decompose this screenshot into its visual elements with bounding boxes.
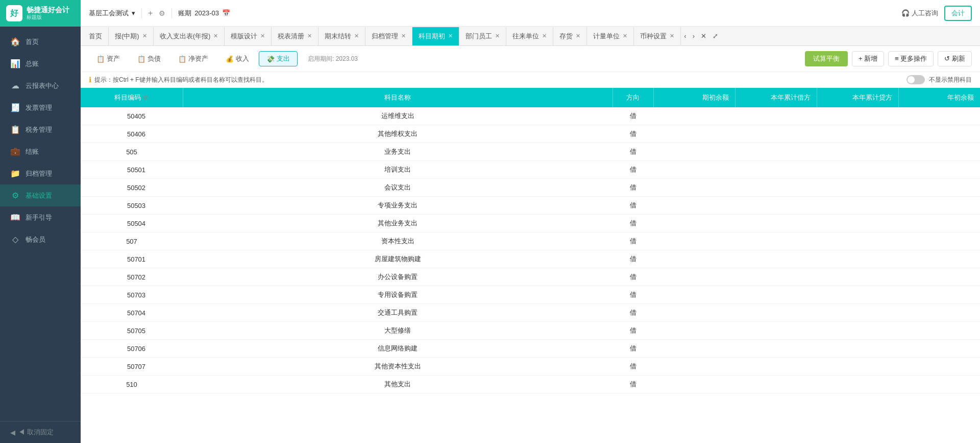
- tab-label: 存货: [559, 32, 573, 41]
- cell-ytd-credit: [817, 125, 898, 143]
- help-btn[interactable]: 🎧 人工咨询: [901, 9, 938, 18]
- cell-name: 业务支出: [183, 143, 612, 161]
- archive-icon: 📁: [10, 169, 20, 178]
- sidebar-item-archive[interactable]: 📁 归档管理: [0, 162, 81, 184]
- table-row[interactable]: 50405 运维维支出 借: [81, 107, 980, 125]
- tab-close-icon[interactable]: ✕: [260, 33, 265, 39]
- tab-存货[interactable]: 存货✕: [553, 27, 587, 45]
- table-row[interactable]: 50704 交通工具购置 借: [81, 304, 980, 322]
- sidebar-item-guide[interactable]: 📖 新手引导: [0, 206, 81, 228]
- notice-right: 不显示禁用科目: [906, 75, 972, 84]
- subtab-净资产[interactable]: 📋 净资产: [170, 51, 216, 66]
- tab-首页[interactable]: 首页: [83, 27, 109, 45]
- tab-科目期初[interactable]: 科目期初✕: [412, 27, 459, 45]
- tab-模版设计[interactable]: 模版设计✕: [225, 27, 272, 45]
- project-dropdown-icon[interactable]: ▾: [132, 9, 135, 17]
- tab-部门员工[interactable]: 部门员工✕: [459, 27, 506, 45]
- table-row[interactable]: 507 资本性支出 借: [81, 232, 980, 250]
- cell-ytd-credit: [817, 322, 898, 340]
- tab-归档管理[interactable]: 归档管理✕: [365, 27, 412, 45]
- gear-icon[interactable]: ⚙: [143, 94, 149, 101]
- sidebar-item-settings[interactable]: ⚙ 基础设置: [0, 184, 81, 206]
- subtab-icon-负债: 📋: [137, 55, 145, 63]
- cell-direction: 借: [612, 304, 653, 322]
- table-row[interactable]: 50504 其他业务支出 借: [81, 215, 980, 232]
- reports-icon: ☁: [10, 81, 20, 90]
- guide-icon: 📖: [10, 213, 20, 222]
- account-btn[interactable]: 会计: [944, 6, 972, 21]
- table-row[interactable]: 50707 其他资本性支出 借: [81, 358, 980, 376]
- subtab-负债[interactable]: 📋 负债: [130, 51, 168, 66]
- tab-币种设置[interactable]: 币种设置✕: [634, 27, 681, 45]
- tab-计量单位[interactable]: 计量单位✕: [587, 27, 634, 45]
- tab-close-icon[interactable]: ✕: [542, 33, 547, 39]
- calc-balance-btn[interactable]: 试算平衡: [805, 51, 848, 66]
- cell-ytd-debit: [735, 304, 817, 322]
- add-btn[interactable]: + 新增: [852, 51, 884, 66]
- workspace-settings-btn[interactable]: ⚙: [159, 9, 165, 17]
- table-row[interactable]: 50705 大型修缮 借: [81, 322, 980, 340]
- cell-direction: 借: [612, 232, 653, 250]
- tab-close-icon[interactable]: ✕: [670, 33, 674, 39]
- cell-code: 50502: [81, 179, 183, 197]
- sidebar-item-member[interactable]: ◇ 畅会员: [0, 228, 81, 250]
- sidebar-item-home[interactable]: 🏠 首页: [0, 31, 81, 53]
- cell-ytd-credit: [817, 179, 898, 197]
- sidebar-item-invoice[interactable]: 🧾 发票管理: [0, 97, 81, 119]
- cell-year-balance: [898, 376, 980, 393]
- cell-name: 其他资本性支出: [183, 358, 612, 376]
- tab-往来单位[interactable]: 往来单位✕: [506, 27, 553, 45]
- table-row[interactable]: 50503 专项业务支出 借: [81, 197, 980, 215]
- table-row[interactable]: 50701 房屋建筑物购建 借: [81, 250, 980, 268]
- tab-close-icon[interactable]: ✕: [142, 33, 147, 39]
- tab-close-icon[interactable]: ✕: [401, 33, 406, 39]
- cell-year-balance: [898, 215, 980, 232]
- archive-label: 归档管理: [26, 169, 52, 178]
- tab-close-icon[interactable]: ✕: [354, 33, 359, 39]
- table-row[interactable]: 50702 办公设备购置 借: [81, 268, 980, 286]
- cell-balance: [653, 304, 735, 322]
- project-selector[interactable]: 基层工会测试 ▾: [89, 9, 135, 18]
- tab-税表清册[interactable]: 税表清册✕: [272, 27, 318, 45]
- tab-close-icon[interactable]: ✕: [213, 33, 218, 39]
- cell-ytd-credit: [817, 232, 898, 250]
- tab-期末结转[interactable]: 期末结转✕: [318, 27, 365, 45]
- sidebar-item-settlement[interactable]: 💼 结账: [0, 141, 81, 162]
- period-calendar-icon[interactable]: 📅: [222, 9, 230, 17]
- sidebar-item-reports[interactable]: ☁ 云报表中心: [0, 75, 81, 97]
- table-row[interactable]: 505 业务支出 借: [81, 143, 980, 161]
- table-row[interactable]: 50406 其他维权支出 借: [81, 125, 980, 143]
- tab-next-btn[interactable]: ›: [690, 27, 698, 45]
- tab-close-all-btn[interactable]: ✕: [698, 27, 709, 45]
- subtab-收入[interactable]: 💰 收入: [218, 51, 257, 66]
- refresh-btn[interactable]: ↺ 刷新: [938, 51, 972, 66]
- subtab-支出[interactable]: 💸 支出: [259, 51, 298, 66]
- table-row[interactable]: 50703 专用设备购置 借: [81, 286, 980, 304]
- table-row[interactable]: 510 其他支出 借: [81, 376, 980, 393]
- tab-close-icon[interactable]: ✕: [623, 33, 627, 39]
- tab-expand-btn[interactable]: ⤢: [709, 27, 721, 45]
- cell-balance: [653, 250, 735, 268]
- tab-close-icon[interactable]: ✕: [495, 33, 500, 39]
- tab-报中期[interactable]: 报(中期)✕: [109, 27, 154, 45]
- tab-close-icon[interactable]: ✕: [448, 33, 453, 39]
- tab-收入支出表年报[interactable]: 收入支出表(年报)✕: [154, 27, 225, 45]
- tab-prev-btn[interactable]: ‹: [681, 27, 689, 45]
- tab-close-icon[interactable]: ✕: [576, 33, 580, 39]
- show-disabled-toggle[interactable]: [906, 75, 925, 84]
- cell-year-balance: [898, 107, 980, 125]
- sidebar-collapse-btn[interactable]: ◀ ◀ 取消固定: [0, 421, 81, 443]
- subtab-资产[interactable]: 📋 资产: [89, 51, 128, 66]
- sidebar-item-tax[interactable]: 📋 税务管理: [0, 119, 81, 141]
- table-row[interactable]: 50706 信息网络购建 借: [81, 340, 980, 358]
- sidebar-item-ledger[interactable]: 📊 总账: [0, 53, 81, 75]
- period-display: 账期 2023-03 📅: [178, 9, 230, 18]
- table-row[interactable]: 50501 培训支出 借: [81, 161, 980, 179]
- more-ops-btn[interactable]: ≡ 更多操作: [888, 51, 934, 66]
- subtab-label-资产: 资产: [107, 54, 120, 63]
- add-workspace-btn[interactable]: +: [148, 9, 153, 18]
- cell-ytd-debit: [735, 358, 817, 376]
- tab-close-icon[interactable]: ✕: [307, 33, 312, 39]
- cell-name: 会议支出: [183, 179, 612, 197]
- table-row[interactable]: 50502 会议支出 借: [81, 179, 980, 197]
